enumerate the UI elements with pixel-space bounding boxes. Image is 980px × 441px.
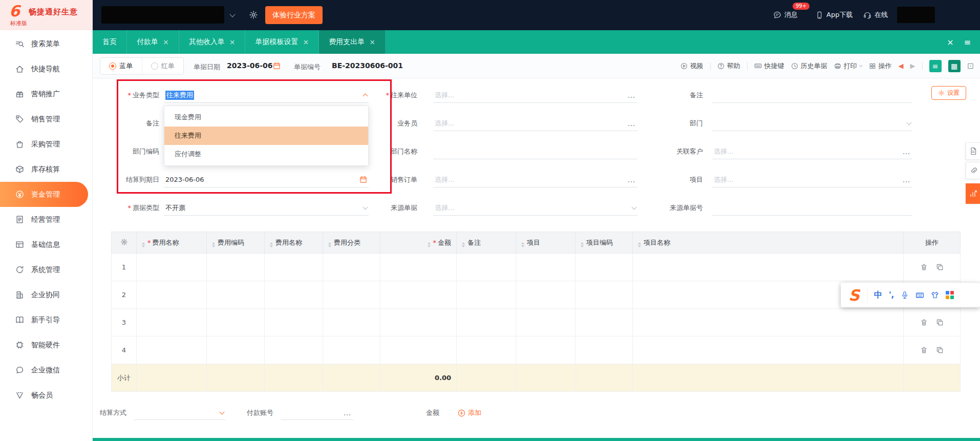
delete-row-icon[interactable] — [920, 319, 928, 326]
sidebar-item-system[interactable]: 系统管理 — [0, 257, 92, 282]
sidebar-item-purchase[interactable]: 采购管理 — [0, 132, 92, 157]
delete-row-icon[interactable] — [920, 346, 928, 354]
sidebar-item-search-menu[interactable]: 搜索菜单 — [0, 31, 92, 56]
sidebar-item-wechat[interactable]: 企业微信 — [0, 358, 92, 383]
blue-voucher-radio[interactable]: 蓝单 — [100, 58, 142, 74]
sidebar-item-guide[interactable]: 新手引导 — [0, 307, 92, 332]
sidebar-item-inventory[interactable]: 库存核算 — [0, 157, 92, 182]
ime-toolbox-icon[interactable] — [946, 291, 954, 299]
redacted-account-selector[interactable] — [101, 6, 224, 24]
ime-language-toggle[interactable]: 中 — [874, 290, 882, 301]
source-doc-field[interactable]: 选择... — [433, 200, 637, 216]
dropdown-option-cash-expense[interactable]: 现金费用 — [164, 108, 368, 127]
copy-row-icon[interactable] — [936, 319, 944, 326]
source-doc-no-field[interactable] — [712, 200, 912, 216]
salesman-field[interactable]: 选择... … — [433, 116, 637, 131]
ellipsis-picker-icon[interactable]: … — [628, 121, 636, 126]
list-view-toggle[interactable]: ≡ — [929, 60, 942, 72]
dropdown-option-partner-expense[interactable]: 往来费用 — [164, 127, 368, 145]
tab-list-icon[interactable]: ≡ — [964, 37, 971, 47]
doc-date-value[interactable]: 2023-06-06 — [227, 61, 273, 70]
tab-expense-voucher[interactable]: 费用支出单 × — [319, 30, 386, 54]
close-tab-icon[interactable]: × — [163, 38, 169, 46]
side-note-button[interactable] — [966, 142, 980, 160]
help-button[interactable]: 帮助 — [717, 61, 740, 71]
sidebar-item-quick-nav[interactable]: 快捷导航 — [0, 56, 92, 81]
ellipsis-picker-icon[interactable]: … — [903, 177, 911, 182]
ellipsis-picker-icon[interactable]: … — [628, 177, 636, 182]
partner-field[interactable]: 选择... … — [433, 88, 637, 103]
header-expense-name-2[interactable]: 费用名称 — [265, 232, 323, 254]
ellipsis-picker-icon[interactable]: … — [344, 410, 352, 415]
sidebar-item-member[interactable]: 畅会员 — [0, 383, 92, 408]
settle-method-field[interactable] — [134, 406, 225, 420]
attachment-button[interactable] — [966, 162, 980, 179]
sidebar-item-operations[interactable]: 经营管理 — [0, 207, 92, 232]
close-tab-icon[interactable]: × — [229, 38, 236, 46]
close-tab-icon[interactable]: × — [369, 38, 375, 46]
copy-row-icon[interactable] — [936, 346, 944, 354]
add-account-row-button[interactable]: 添加 — [458, 406, 481, 420]
keyboard-icon[interactable] — [915, 291, 924, 300]
skin-tshirt-icon[interactable] — [931, 291, 939, 299]
sidebar-item-funds[interactable]: 资金管理 — [0, 182, 88, 207]
project-field[interactable]: 选择... … — [712, 172, 912, 187]
calendar-icon[interactable] — [273, 62, 281, 70]
sales-order-field[interactable]: 选择... … — [433, 172, 637, 187]
sidebar-item-marketing[interactable]: 营销推广 — [0, 81, 92, 107]
ime-punctuation-toggle[interactable]: ', — [889, 290, 894, 300]
tab-other-income[interactable]: 其他收入单 × — [179, 30, 246, 54]
bill-type-field[interactable]: 不开票 — [164, 200, 369, 216]
column-settings-header[interactable] — [112, 232, 137, 254]
gear-icon[interactable] — [249, 10, 258, 19]
hotkeys-button[interactable]: 快捷键 — [754, 61, 784, 71]
business-type-field[interactable]: 往来费用 — [164, 88, 369, 103]
header-expense-category[interactable]: 费用分类 — [323, 232, 380, 254]
sidebar-item-hardware[interactable]: 智能硬件 — [0, 332, 92, 358]
expand-icon[interactable]: ⊡ — [967, 61, 974, 71]
print-button[interactable]: 打印 — [834, 61, 862, 71]
sidebar-item-collaboration[interactable]: 企业协同 — [0, 282, 92, 307]
pay-account-field[interactable]: … — [281, 406, 353, 420]
sidebar-item-base-info[interactable]: 基础信息 — [0, 232, 92, 257]
header-expense-name[interactable]: 费用名称 — [137, 232, 207, 254]
sidebar-item-sales[interactable]: 销售管理 — [0, 107, 92, 132]
video-button[interactable]: 视频 — [680, 61, 704, 71]
department-field[interactable] — [712, 116, 912, 131]
tab-payment-order[interactable]: 付款单 × — [127, 30, 179, 54]
close-tab-icon[interactable]: × — [303, 38, 309, 46]
header-amount[interactable]: 金额 — [380, 232, 457, 254]
close-all-tabs-icon[interactable]: × — [947, 37, 953, 47]
chevron-down-icon[interactable] — [229, 11, 235, 17]
header-project-code[interactable]: 项目编码 — [576, 232, 633, 254]
header-project[interactable]: 项目 — [516, 232, 576, 254]
messages-button[interactable]: 消息 — [773, 10, 798, 19]
ellipsis-picker-icon[interactable]: … — [628, 93, 636, 98]
delete-row-icon[interactable] — [920, 263, 928, 271]
online-service-button[interactable]: 在线 — [863, 10, 888, 19]
dropdown-option-payable-adjust[interactable]: 应付调整 — [164, 145, 368, 163]
remark-field[interactable] — [712, 88, 912, 103]
prev-doc-button[interactable]: ◀ — [899, 62, 904, 70]
copy-row-icon[interactable] — [936, 263, 944, 271]
due-date-field[interactable]: 2023-06-06 — [164, 172, 369, 187]
operations-button[interactable]: 操作 — [869, 61, 892, 71]
grid-view-toggle[interactable]: ▦ — [948, 60, 961, 72]
history-button[interactable]: 历史单据 — [791, 61, 827, 71]
red-voucher-radio[interactable]: 红单 — [142, 58, 184, 74]
tab-home[interactable]: 首页 — [93, 30, 127, 54]
ellipsis-picker-icon[interactable]: … — [903, 149, 911, 154]
sogou-logo[interactable]: S — [841, 283, 867, 307]
related-customer-field[interactable]: 选择... … — [712, 144, 912, 159]
header-remark[interactable]: 备注 — [457, 232, 516, 254]
trial-solution-button[interactable]: 体验行业方案 — [265, 6, 323, 24]
header-project-name[interactable]: 项目名称 — [633, 232, 904, 254]
tab-template-settings[interactable]: 单据模板设置 × — [245, 30, 319, 54]
report-panel-button[interactable] — [966, 183, 980, 204]
settings-button[interactable]: 设置 — [931, 86, 966, 100]
app-download-button[interactable]: App下载 — [816, 10, 853, 19]
microphone-icon[interactable] — [901, 291, 909, 299]
dept-name-field[interactable] — [433, 144, 637, 159]
header-expense-code[interactable]: 费用编码 — [207, 232, 265, 254]
next-doc-button[interactable]: ▶ — [910, 62, 915, 70]
